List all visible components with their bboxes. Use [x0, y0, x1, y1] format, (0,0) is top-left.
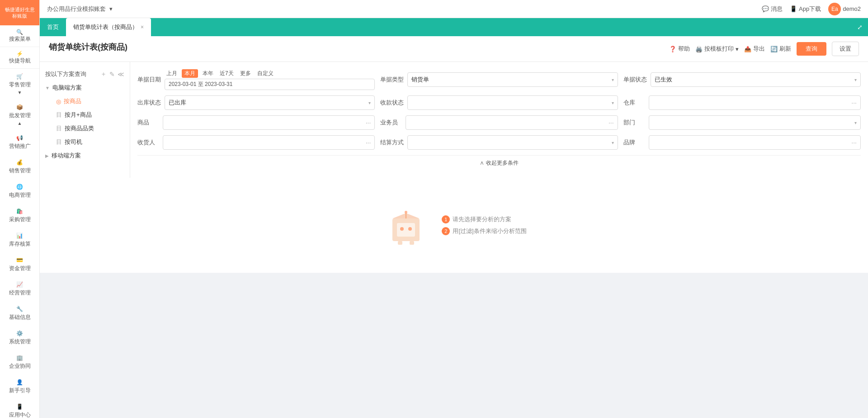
finance-icon: 💳 [16, 257, 23, 263]
page-title: 销货单统计表(按商品) [49, 42, 127, 58]
goods-label: 商品 [137, 119, 159, 127]
sidebar-item-sales[interactable]: 💰 销售管理 [0, 155, 39, 179]
warehouse-more-icon[interactable]: ··· [851, 99, 857, 106]
goods-more-icon[interactable]: ··· [366, 119, 371, 126]
tree-node-by-month-goods[interactable]: 目 按月+商品 [40, 108, 130, 122]
logo-text: 畅捷通好生意 标账版 [5, 6, 35, 19]
empty-hint-2: 2 用[过滤]条件来缩小分析范围 [442, 227, 526, 235]
help-icon: ❓ [669, 46, 676, 52]
tree-node-by-category[interactable]: 目 按商品品类 [40, 122, 130, 135]
print-dropdown-icon: ▾ [736, 46, 739, 52]
consignee-input[interactable]: ··· [163, 135, 375, 150]
sales-icon: 💰 [16, 159, 23, 166]
left-nav-header: 按以下方案查询 ＋ ✎ ≪ [40, 67, 130, 81]
out-status-select[interactable]: 已出库 ▾ [165, 95, 375, 110]
enterprise-icon: 🏢 [16, 355, 23, 361]
phone-icon: 📱 [790, 5, 797, 12]
dept-select[interactable]: ▾ [649, 115, 861, 130]
tab-sales-stats[interactable]: 销货单统计表（按商品） × [66, 18, 151, 36]
sidebar-item-inventory[interactable]: 📊 库存核算 [0, 228, 39, 252]
tab-close-icon[interactable]: × [141, 24, 144, 30]
collapse-bar[interactable]: ∧ 收起更多条件 [137, 155, 861, 171]
tree-node-pc[interactable]: ▼ 电脑端方案 [40, 81, 130, 95]
tab-home[interactable]: 首页 [40, 18, 66, 36]
sidebar-item-marketing[interactable]: 📢 营销推广 [0, 130, 39, 155]
sidebar-item-operations[interactable]: 📈 经营管理 [0, 277, 39, 301]
salesman-label: 业务员 [380, 119, 402, 127]
brand-more-icon[interactable]: ··· [851, 139, 857, 146]
tab-bar: 首页 销货单统计表（按商品） × ⤢ [40, 18, 868, 36]
doc-status-select[interactable]: 已生效 ▾ [651, 72, 861, 87]
date-label: 单据日期 [137, 76, 161, 84]
salesman-more-icon[interactable]: ··· [609, 119, 614, 126]
date-tab-more[interactable]: 更多 [238, 69, 253, 78]
operations-icon: 📈 [16, 281, 23, 288]
user-menu[interactable]: Ea demo2 [828, 3, 861, 15]
app-download-btn[interactable]: 📱 App下载 [790, 5, 821, 13]
query-button[interactable]: 查询 [797, 42, 826, 56]
brand-label: 品牌 [623, 138, 645, 147]
help-btn[interactable]: ❓ 帮助 [669, 45, 690, 53]
filter-consignee: 收货人 ··· [137, 135, 375, 150]
receipt-status-select[interactable]: ▾ [407, 95, 618, 110]
doc-type-arrow: ▾ [612, 77, 614, 82]
date-tab-last-month[interactable]: 上月 [165, 69, 179, 78]
date-range-input[interactable]: 2023-03-01 至 2023-03-31 [165, 79, 375, 90]
empty-hint-1: 1 请先选择要分析的方案 [442, 215, 526, 223]
date-tab-7days[interactable]: 近7天 [218, 69, 236, 78]
filter-brand: 品牌 ··· [623, 135, 861, 150]
dropdown-icon: ▾ [109, 5, 113, 12]
sidebar-item-quick[interactable]: ⚡ 快捷导航 [0, 47, 39, 69]
payment-arrow: ▾ [612, 140, 614, 145]
out-status-label: 出库状态 [137, 99, 161, 107]
refresh-btn[interactable]: 🔄 刷新 [770, 45, 791, 53]
warehouse-label: 仓库 [623, 99, 645, 107]
active-scheme-icon: ◎ [56, 98, 61, 105]
brand-input[interactable]: ··· [649, 135, 861, 150]
newuser-icon: 👤 [16, 379, 23, 385]
avatar: Ea [828, 3, 841, 15]
sidebar-item-search[interactable]: 🔍 搜索菜单 [0, 25, 39, 47]
sidebar-item-system[interactable]: ⚙️ 系统管理 [0, 326, 39, 350]
export-btn[interactable]: 📤 导出 [744, 45, 765, 53]
tab-expand-icon[interactable]: ⤢ [852, 24, 868, 31]
warehouse-input[interactable]: ··· [649, 95, 861, 110]
sidebar-item-newuser[interactable]: 👤 新手引导 [0, 375, 39, 399]
filter-date: 单据日期 上月 本月 本年 近7天 更多 自定义 2023-03-01 至 20… [137, 69, 375, 90]
edit-scheme-icon[interactable]: ✎ [109, 71, 115, 78]
sidebar-item-finance[interactable]: 💳 资金管理 [0, 252, 39, 277]
add-scheme-icon[interactable]: ＋ [100, 70, 107, 78]
settings-button[interactable]: 设置 [832, 42, 859, 56]
sidebar-item-enterprise[interactable]: 🏢 企业协同 [0, 350, 39, 375]
doc-type-select[interactable]: 销货单 ▾ [407, 72, 618, 87]
date-tab-this-year[interactable]: 本年 [201, 69, 215, 78]
sidebar-item-purchase[interactable]: 🛍️ 采购管理 [0, 204, 39, 228]
collapse-nav-icon[interactable]: ≪ [118, 71, 124, 78]
sidebar-item-retail[interactable]: 🛒 零售管理 ▼ [0, 69, 39, 100]
consignee-more-icon[interactable]: ··· [366, 139, 371, 146]
date-tabs: 上月 本月 本年 近7天 更多 自定义 [165, 69, 375, 78]
tree-arrow-pc: ▼ [45, 86, 50, 90]
print-btn[interactable]: 🖨️ 按模板打印 ▾ [695, 45, 739, 53]
tree-node-by-goods[interactable]: ◎ 按商品 [40, 95, 130, 108]
salesman-input[interactable]: ··· [406, 115, 618, 130]
category-icon: 目 [56, 124, 62, 133]
sidebar-item-ecommerce[interactable]: 🌐 电商管理 [0, 179, 39, 204]
goods-input[interactable]: ··· [163, 115, 375, 130]
payment-label: 结算方式 [380, 138, 404, 147]
sidebar-item-basic[interactable]: 🔧 基础信息 [0, 301, 39, 326]
date-tab-this-month[interactable]: 本月 [182, 69, 198, 78]
payment-select[interactable]: ▾ [407, 135, 618, 150]
refresh-icon: 🔄 [770, 46, 778, 52]
tree-node-mobile[interactable]: ▶ 移动端方案 [40, 149, 130, 162]
tree-node-by-driver[interactable]: 目 按司机 [40, 135, 130, 149]
date-tab-custom[interactable]: 自定义 [255, 69, 275, 78]
filter-receipt-status: 收款状态 ▾ [380, 95, 618, 110]
filter-area: 单据日期 上月 本月 本年 近7天 更多 自定义 2023-03-01 至 20… [130, 62, 868, 178]
sidebar-item-appcenter[interactable]: 📱 应用中心 [0, 399, 39, 418]
tree-arrow-mobile: ▶ [45, 153, 49, 158]
ecommerce-icon: 🌐 [16, 184, 23, 190]
messages-btn[interactable]: 💬 消息 [762, 5, 783, 13]
sidebar-item-wholesale[interactable]: 📦 批发管理 ▲ [0, 100, 39, 130]
filter-payment: 结算方式 ▾ [380, 135, 618, 150]
